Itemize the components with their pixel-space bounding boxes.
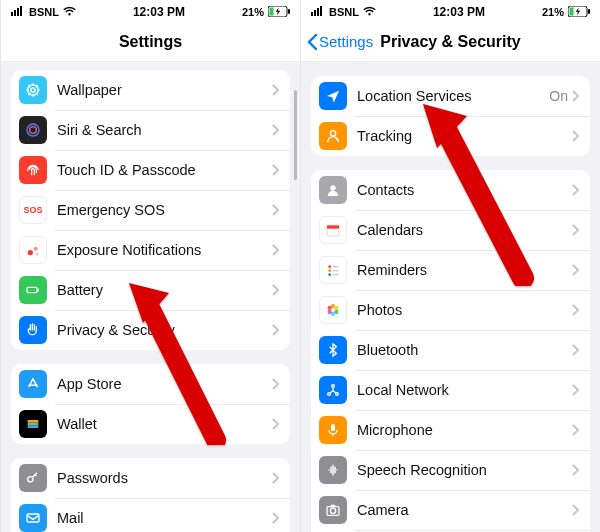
row-localnetwork[interactable]: Local Network — [311, 370, 590, 410]
row-siri[interactable]: Siri & Search — [11, 110, 290, 150]
row-photos[interactable]: Photos — [311, 290, 590, 330]
reminders-icon — [319, 256, 347, 284]
chevron-right-icon — [272, 244, 280, 256]
back-button[interactable]: Settings — [307, 22, 373, 61]
row-exposure[interactable]: Exposure Notifications — [11, 230, 290, 270]
photos-icon — [319, 296, 347, 324]
chevron-right-icon — [572, 224, 580, 236]
signal-icon — [311, 6, 325, 18]
svg-rect-49 — [331, 424, 335, 431]
row-label: Wallpaper — [57, 82, 272, 98]
svg-rect-28 — [588, 9, 590, 14]
svg-rect-38 — [332, 274, 338, 275]
microphone-icon — [319, 416, 347, 444]
row-label: Wallet — [57, 416, 272, 432]
chevron-right-icon — [572, 384, 580, 396]
settings-group: Location Services On Tracking — [311, 76, 590, 156]
phone-privacy: BSNL 12:03 PM 21% Settings Privacy & Sec… — [300, 0, 600, 532]
sos-icon: SOS — [19, 196, 47, 224]
svg-point-8 — [31, 88, 35, 92]
svg-rect-17 — [28, 423, 39, 426]
svg-rect-25 — [320, 6, 322, 16]
row-bluetooth[interactable]: Bluetooth — [311, 330, 590, 370]
chevron-right-icon — [572, 344, 580, 356]
row-label: Reminders — [357, 262, 572, 278]
row-label: Emergency SOS — [57, 202, 272, 218]
row-sos[interactable]: SOS Emergency SOS — [11, 190, 290, 230]
exposure-icon — [19, 236, 47, 264]
scroll-indicator[interactable] — [294, 90, 297, 180]
row-touchid[interactable]: Touch ID & Passcode — [11, 150, 290, 190]
chevron-right-icon — [572, 130, 580, 142]
carrier-label: BSNL — [29, 6, 59, 18]
svg-point-29 — [330, 131, 335, 136]
chevron-right-icon — [572, 184, 580, 196]
svg-rect-6 — [288, 9, 290, 14]
row-location[interactable]: Location Services On — [311, 76, 590, 116]
row-contacts[interactable]: Contacts — [311, 170, 590, 210]
row-label: Bluetooth — [357, 342, 572, 358]
svg-point-13 — [36, 253, 39, 256]
phone-settings: BSNL 12:03 PM 21% Settings Wallpaper — [0, 0, 300, 532]
row-label: Touch ID & Passcode — [57, 162, 272, 178]
svg-point-11 — [28, 250, 33, 255]
row-label: Siri & Search — [57, 122, 272, 138]
row-tracking[interactable]: Tracking — [311, 116, 590, 156]
svg-point-33 — [328, 265, 331, 268]
tracking-icon — [319, 122, 347, 150]
row-camera[interactable]: Camera — [311, 490, 590, 530]
row-privacy[interactable]: Privacy & Security — [11, 310, 290, 350]
row-battery[interactable]: Battery — [11, 270, 290, 310]
battery-label: 21% — [242, 6, 264, 18]
key-icon — [19, 464, 47, 492]
row-label: Photos — [357, 302, 572, 318]
svg-rect-5 — [269, 7, 273, 15]
settings-list[interactable]: Wallpaper Siri & Search Touch ID & Passc… — [1, 62, 300, 532]
appstore-icon — [19, 370, 47, 398]
svg-point-30 — [330, 185, 335, 190]
bluetooth-icon — [319, 336, 347, 364]
row-passwords[interactable]: Passwords — [11, 458, 290, 498]
chevron-right-icon — [272, 84, 280, 96]
chevron-right-icon — [572, 424, 580, 436]
chevron-right-icon — [272, 378, 280, 390]
row-mail[interactable]: Mail — [11, 498, 290, 532]
row-calendars[interactable]: Calendars — [311, 210, 590, 250]
nav-bar: Settings — [1, 22, 300, 62]
fingerprint-icon — [19, 156, 47, 184]
svg-rect-15 — [38, 289, 39, 292]
mail-icon — [19, 504, 47, 532]
svg-rect-20 — [27, 514, 39, 522]
svg-rect-36 — [332, 266, 338, 267]
chevron-right-icon — [272, 472, 280, 484]
row-label: Battery — [57, 282, 272, 298]
clock: 12:03 PM — [133, 5, 185, 19]
location-icon — [319, 82, 347, 110]
siri-icon — [19, 116, 47, 144]
row-appstore[interactable]: App Store — [11, 364, 290, 404]
svg-point-19 — [28, 477, 33, 482]
row-label: Exposure Notifications — [57, 242, 272, 258]
battery-icon — [19, 276, 47, 304]
back-label: Settings — [319, 33, 373, 50]
row-wallpaper[interactable]: Wallpaper — [11, 70, 290, 110]
svg-point-45 — [328, 306, 332, 310]
row-label: Local Network — [357, 382, 572, 398]
chevron-right-icon — [572, 464, 580, 476]
row-wallet[interactable]: Wallet — [11, 404, 290, 444]
nav-bar: Settings Privacy & Security — [301, 22, 600, 62]
row-speech[interactable]: Speech Recognition — [311, 450, 590, 490]
speech-icon — [319, 456, 347, 484]
row-reminders[interactable]: Reminders — [311, 250, 590, 290]
row-microphone[interactable]: Microphone — [311, 410, 590, 450]
svg-point-46 — [332, 385, 335, 388]
wallet-icon — [19, 410, 47, 438]
privacy-list[interactable]: Location Services On Tracking Contacts — [301, 62, 600, 532]
carrier-label: BSNL — [329, 6, 359, 18]
signal-icon — [11, 6, 25, 18]
camera-icon — [319, 496, 347, 524]
chevron-right-icon — [572, 90, 580, 102]
svg-point-34 — [328, 269, 331, 272]
contacts-icon — [319, 176, 347, 204]
row-label: Location Services — [357, 88, 549, 104]
